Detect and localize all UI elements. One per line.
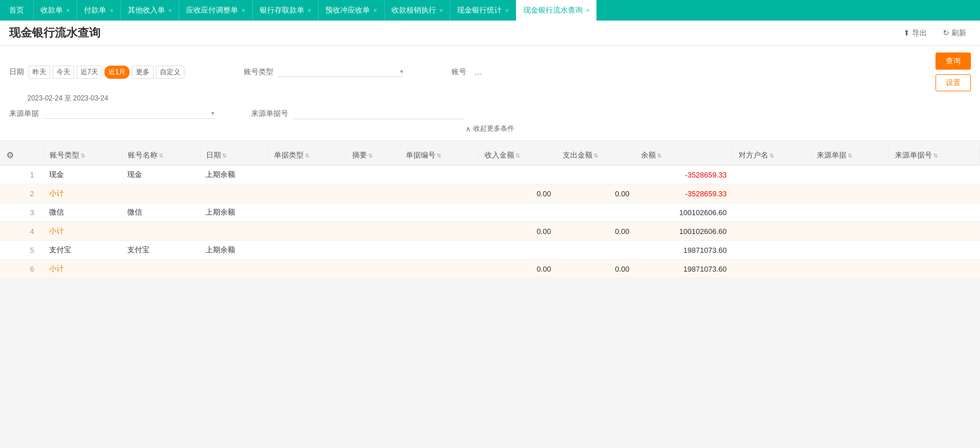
row-account-type: 现金 — [43, 166, 122, 184]
col-summary[interactable]: 摘要⇅ — [346, 146, 400, 166]
source-doc-chevron-icon: ▾ — [211, 110, 215, 117]
row-num: 6 — [21, 260, 43, 279]
sort-icon: ⇅ — [657, 152, 662, 159]
nav-tab-close-icon[interactable]: × — [586, 7, 590, 14]
top-nav: 首页 收款单×付款单×其他收入单×应收应付调整单×银行存取款单×预收冲应收单×收… — [0, 0, 980, 21]
nav-tab-close-icon[interactable]: × — [110, 7, 113, 14]
date-option-5[interactable]: 自定义 — [156, 66, 184, 79]
row-summary — [346, 203, 400, 222]
row-balance: 19871073.60 — [635, 260, 733, 279]
source-doc-no-input[interactable] — [293, 108, 464, 119]
row-counterparty — [732, 260, 810, 279]
date-option-3[interactable]: 近1月 — [104, 66, 130, 79]
date-option-4[interactable]: 更多 — [132, 66, 154, 79]
col-source_doc[interactable]: 来源单据⇅ — [810, 146, 889, 166]
col-account_name[interactable]: 账号名称⇅ — [122, 146, 200, 166]
row-expense — [556, 203, 635, 222]
collapse-bar[interactable]: ∧ 收起更多条件 — [9, 124, 971, 134]
row-doc-type — [268, 166, 346, 184]
row-settings — [0, 241, 21, 260]
row-income — [478, 241, 556, 260]
refresh-button[interactable]: ↻ 刷新 — [938, 26, 971, 41]
row-doc-type — [268, 241, 346, 260]
row-summary — [346, 184, 400, 203]
source-doc-no-label: 来源单据号 — [251, 108, 288, 119]
nav-tab-label: 收款核销执行 — [392, 5, 436, 15]
account-type-label: 账号类型 — [244, 67, 273, 77]
account-dots-button[interactable]: ... — [471, 67, 485, 77]
row-source-doc — [810, 166, 889, 184]
row-summary — [346, 222, 400, 241]
nav-home[interactable]: 首页 — [0, 0, 33, 21]
row-source-doc — [810, 260, 889, 279]
date-option-0[interactable]: 昨天 — [29, 66, 50, 79]
nav-tab-close-icon[interactable]: × — [373, 7, 377, 14]
row-balance: 100102606.60 — [635, 222, 733, 241]
col-doc_no[interactable]: 单据编号⇅ — [400, 146, 478, 166]
export-button[interactable]: ⬆ 导出 — [899, 26, 931, 41]
row-doc-no — [400, 260, 478, 279]
settings-button[interactable]: 设置 — [935, 74, 971, 91]
row-income — [478, 203, 556, 222]
nav-tab-7[interactable]: 现金银行统计× — [450, 0, 515, 21]
nav-tab-6[interactable]: 收款核销执行× — [384, 0, 450, 21]
nav-tab-close-icon[interactable]: × — [308, 7, 311, 14]
row-settings — [0, 203, 21, 222]
row-income: 0.00 — [478, 222, 556, 241]
col-balance[interactable]: 余额⇅ — [635, 146, 733, 166]
row-source-doc — [810, 222, 889, 241]
col-date[interactable]: 日期⇅ — [200, 146, 268, 166]
source-doc-label: 来源单据 — [9, 108, 39, 119]
col-doc_type[interactable]: 单据类型⇅ — [268, 146, 346, 166]
chevron-down-icon: ▾ — [400, 68, 404, 75]
col-counterparty[interactable]: 对方户名⇅ — [732, 146, 810, 166]
date-option-1[interactable]: 今天 — [53, 66, 74, 79]
query-button[interactable]: 查询 — [935, 53, 971, 70]
nav-tab-5[interactable]: 预收冲应收单× — [318, 0, 384, 21]
row-doc-type — [268, 222, 346, 241]
nav-tab-close-icon[interactable]: × — [168, 7, 172, 14]
nav-tab-close-icon[interactable]: × — [505, 7, 509, 14]
col-account_type[interactable]: 账号类型⇅ — [43, 146, 122, 166]
row-account-type: 小计 — [43, 184, 122, 203]
row-account-name — [122, 184, 200, 203]
nav-tab-close-icon[interactable]: × — [439, 7, 443, 14]
nav-tab-2[interactable]: 其他收入单× — [120, 0, 179, 21]
row-num: 2 — [21, 184, 43, 203]
col-expense[interactable]: 支出金额⇅ — [556, 146, 635, 166]
date-option-2[interactable]: 近7天 — [76, 66, 102, 79]
account-type-select[interactable]: ▾ — [278, 67, 404, 77]
nav-tab-label: 现金银行统计 — [457, 5, 502, 15]
row-account-name: 支付宝 — [122, 241, 200, 260]
nav-tab-3[interactable]: 应收应付调整单× — [179, 0, 252, 21]
table-row: 1现金现金上期余额-3528659.33 — [0, 166, 980, 184]
row-doc-no — [400, 203, 478, 222]
sort-icon: ⇅ — [159, 152, 163, 159]
row-date: 上期余额 — [200, 166, 268, 184]
row-account-name: 微信 — [122, 203, 200, 222]
nav-tab-1[interactable]: 付款单× — [76, 0, 120, 21]
nav-tab-close-icon[interactable]: × — [241, 7, 245, 14]
col-source_doc_no[interactable]: 来源单据号⇅ — [889, 146, 980, 166]
row-counterparty — [732, 166, 810, 184]
nav-tab-label: 其他收入单 — [128, 5, 165, 15]
nav-tab-8[interactable]: 现金银行流水查询× — [516, 0, 596, 21]
source-doc-select[interactable]: ▾ — [43, 108, 215, 119]
account-type-filter: 账号类型 ▾ — [244, 67, 404, 77]
row-date — [200, 222, 268, 241]
col-income[interactable]: 收入金额⇅ — [478, 146, 556, 166]
row-counterparty — [732, 222, 810, 241]
gear-icon[interactable]: ⚙ — [6, 150, 14, 160]
row-source-doc-no — [889, 241, 980, 260]
date-label: 日期 — [9, 67, 24, 77]
nav-tab-close-icon[interactable]: × — [66, 7, 70, 14]
row-counterparty — [732, 241, 810, 260]
sort-icon: ⇅ — [305, 152, 309, 159]
nav-tab-0[interactable]: 收款单× — [33, 0, 76, 21]
row-expense: 0.00 — [556, 260, 635, 279]
nav-tab-4[interactable]: 银行存取款单× — [252, 0, 318, 21]
row-doc-no — [400, 166, 478, 184]
row-account-type: 支付宝 — [43, 241, 122, 260]
row-date — [200, 260, 268, 279]
col-num — [21, 146, 43, 166]
